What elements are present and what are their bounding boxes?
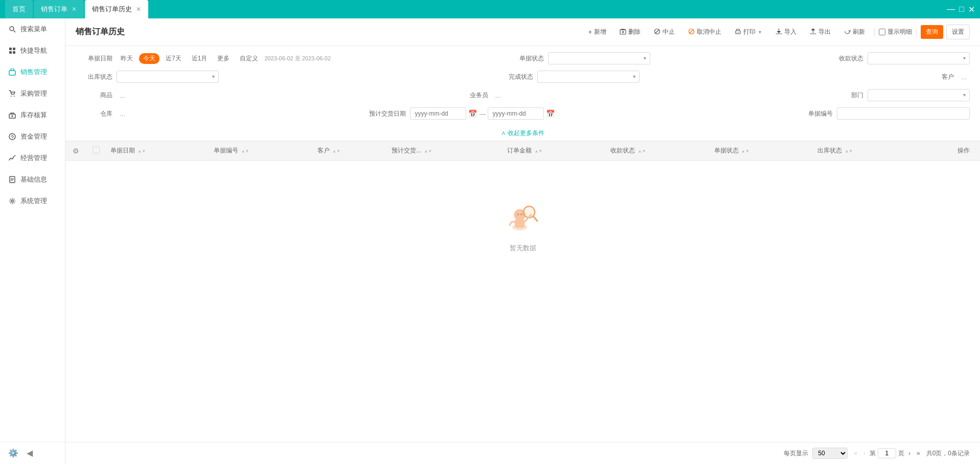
sidebar-item-sales-mgmt[interactable]: 销售管理 xyxy=(0,61,65,83)
tab-sales-order-history-close[interactable]: ✕ xyxy=(136,6,141,13)
col-expected-delivery[interactable]: 预计交货... ▲▼ xyxy=(388,141,503,161)
sort-bill-date-icon[interactable]: ▲▼ xyxy=(138,149,146,153)
sidebar-item-sales-mgmt-label: 销售管理 xyxy=(20,68,47,77)
print-button[interactable]: 打印 ▼ xyxy=(730,25,767,39)
sidebar-item-operation-mgmt[interactable]: 经营管理 xyxy=(0,147,65,169)
col-payment-status[interactable]: 收款状态 ▲▼ xyxy=(606,141,710,161)
stop-button[interactable]: 中止 xyxy=(649,25,680,39)
expected-date-from[interactable] xyxy=(410,107,466,120)
col-bill-number[interactable]: 单据编号 ▲▼ xyxy=(210,141,313,161)
sales-mgmt-icon xyxy=(8,68,16,76)
dept-select[interactable] xyxy=(868,89,970,101)
current-page-input[interactable] xyxy=(878,448,896,458)
refresh-button[interactable]: 刷新 xyxy=(839,25,870,39)
sidebar-item-basic-info[interactable]: 基础信息 xyxy=(0,169,65,190)
collapse-button[interactable]: ∧ 收起更多条件 xyxy=(501,129,544,137)
new-button[interactable]: + 新增 xyxy=(583,25,611,39)
minimize-icon[interactable]: — xyxy=(947,5,955,14)
date-tab-yesterday[interactable]: 昨天 xyxy=(117,53,137,64)
payment-status-select[interactable] xyxy=(868,52,970,64)
sidebar-item-finance-mgmt[interactable]: 资金管理 xyxy=(0,126,65,147)
col-expected-delivery-label: 预计交货... xyxy=(392,147,421,154)
calendar-to-icon[interactable]: 📅 xyxy=(546,109,555,118)
page-label-prefix: 第 xyxy=(870,449,876,458)
delete-button[interactable]: 删除 xyxy=(614,25,646,39)
cancel-stop-button[interactable]: 取消中止 xyxy=(683,25,726,39)
sidebar-item-purchase-mgmt[interactable]: 采购管理 xyxy=(0,83,65,104)
date-sep: — xyxy=(479,110,486,118)
sort-bill-number-icon[interactable]: ▲▼ xyxy=(241,149,249,153)
expected-date-group: 📅 — 📅 xyxy=(410,107,555,120)
bill-status-select[interactable] xyxy=(548,52,650,64)
sidebar-item-search-menu[interactable]: 搜索菜单 xyxy=(0,18,65,40)
basic-info-icon xyxy=(8,175,16,184)
calendar-from-icon[interactable]: 📅 xyxy=(468,109,477,118)
sidebar-item-system-mgmt[interactable]: 系统管理 xyxy=(0,190,65,212)
date-tab-custom[interactable]: 自定义 xyxy=(236,53,262,64)
collapse-label: 收起更多条件 xyxy=(508,129,544,137)
sort-customer-icon[interactable]: ▲▼ xyxy=(332,149,340,153)
tab-home[interactable]: 首页 xyxy=(5,0,33,18)
svg-rect-3 xyxy=(13,48,15,50)
expected-date-to[interactable] xyxy=(488,107,544,120)
last-page-button[interactable]: » xyxy=(915,449,922,458)
maximize-icon[interactable]: □ xyxy=(959,5,964,14)
tab-sales-order[interactable]: 销售订单 ✕ xyxy=(34,0,84,18)
settings-bottom-icon[interactable]: ⚙️ xyxy=(8,448,18,458)
out-status-select[interactable] xyxy=(117,71,219,83)
filter-row-2: 出库状态 完成状态 客户 ... xyxy=(76,71,970,83)
cancel-stop-label: 取消中止 xyxy=(697,28,721,36)
new-label: 新增 xyxy=(594,28,606,36)
tab-sales-order-history[interactable]: 销售订单历史 ✕ xyxy=(85,0,148,18)
sort-payment-status-icon[interactable]: ▲▼ xyxy=(638,149,646,153)
date-tab-1month[interactable]: 近1月 xyxy=(188,53,212,64)
date-tab-more[interactable]: 更多 xyxy=(213,53,234,64)
table-settings-icon[interactable]: ⚙ xyxy=(73,147,79,155)
import-button[interactable]: 导入 xyxy=(770,25,802,39)
page-title: 销售订单历史 xyxy=(76,27,125,37)
customer-picker[interactable]: ... xyxy=(958,73,970,81)
salesperson-picker[interactable]: ... xyxy=(492,92,504,99)
col-order-amount[interactable]: 订单金额 ▲▼ xyxy=(503,141,606,161)
customer-label: 客户 xyxy=(917,73,958,81)
next-page-button[interactable]: › xyxy=(906,449,913,458)
warehouse-picker[interactable]: ... xyxy=(117,110,128,118)
col-bill-status[interactable]: 单据状态 ▲▼ xyxy=(710,141,813,161)
display-cols-label[interactable]: 显示明细 xyxy=(887,28,912,36)
display-cols-toggle[interactable]: 显示明细 xyxy=(879,28,912,36)
collapse-sidebar-icon[interactable]: ◀ xyxy=(27,448,33,458)
prev-page-button[interactable]: ‹ xyxy=(861,449,868,458)
settings-button[interactable]: 设置 xyxy=(946,25,970,39)
col-bill-date-label: 单据日期 xyxy=(110,147,135,154)
sort-order-amount-icon[interactable]: ▲▼ xyxy=(534,149,542,153)
sidebar-item-quick-nav[interactable]: 快捷导航 xyxy=(0,40,65,61)
select-all-checkbox[interactable] xyxy=(93,146,100,153)
collapse-icon: ∧ xyxy=(501,129,508,137)
col-customer[interactable]: 客户 ▲▼ xyxy=(313,141,388,161)
date-tabs: 昨天 今天 近7天 近1月 更多 自定义 xyxy=(117,53,262,64)
col-bill-date[interactable]: 单据日期 ▲▼ xyxy=(106,141,210,161)
svg-point-30 xyxy=(520,214,522,215)
date-tab-today[interactable]: 今天 xyxy=(139,53,159,64)
sort-expected-delivery-icon[interactable]: ▲▼ xyxy=(424,149,432,153)
first-page-button[interactable]: « xyxy=(852,449,859,458)
close-icon[interactable]: ✕ xyxy=(968,5,975,14)
new-icon: + xyxy=(588,28,592,36)
bill-number-input[interactable] xyxy=(837,107,970,120)
export-button[interactable]: 导出 xyxy=(805,25,836,39)
per-page-select[interactable]: 20 50 100 200 xyxy=(812,448,848,459)
sidebar-item-inventory-mgmt[interactable]: 库存核算 xyxy=(0,104,65,126)
product-picker[interactable]: ... xyxy=(117,92,128,99)
sort-bill-status-icon[interactable]: ▲▼ xyxy=(741,149,749,153)
date-tab-7days[interactable]: 近7天 xyxy=(162,53,186,64)
col-out-status[interactable]: 出库状态 ▲▼ xyxy=(813,141,917,161)
tab-home-label: 首页 xyxy=(12,5,26,14)
tab-sales-order-close[interactable]: ✕ xyxy=(72,6,77,13)
sort-out-status-icon[interactable]: ▲▼ xyxy=(845,149,853,153)
dept-label: 部门 xyxy=(827,91,868,100)
query-button[interactable]: 查询 xyxy=(921,25,943,39)
svg-rect-6 xyxy=(9,71,15,75)
col-settings[interactable]: ⚙ xyxy=(65,141,86,161)
display-cols-checkbox[interactable] xyxy=(879,29,885,35)
complete-status-select[interactable] xyxy=(537,71,640,83)
